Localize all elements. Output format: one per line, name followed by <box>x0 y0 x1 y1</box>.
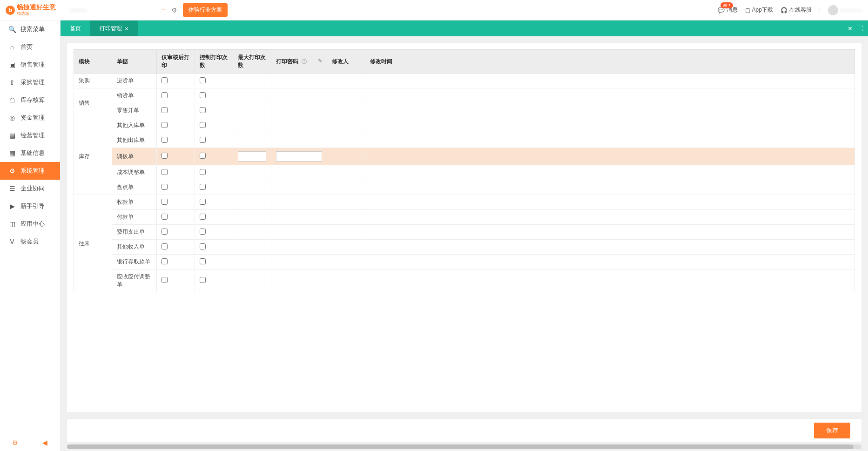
limit-count-cell <box>195 88 233 103</box>
checkbox[interactable] <box>161 214 168 220</box>
checkbox[interactable] <box>161 107 168 113</box>
sidebar-settings-icon[interactable]: ⚙ <box>0 434 30 451</box>
doc-cell: 成本调整单 <box>112 165 157 180</box>
online-service-link[interactable]: 🎧 在线客服 <box>781 6 812 14</box>
modify-time-cell <box>365 148 855 165</box>
sidebar-item-label: 新手引导 <box>20 202 45 210</box>
checkbox[interactable] <box>161 243 168 249</box>
sidebar-item-5[interactable]: ◎资金管理 <box>0 109 60 127</box>
sidebar-item-3[interactable]: ⇧采购管理 <box>0 74 60 91</box>
modifier-cell <box>327 210 365 225</box>
sidebar-item-8[interactable]: ⚙系统管理 <box>0 162 60 180</box>
checkbox[interactable] <box>200 184 206 190</box>
messages-link[interactable]: 💬 99 + 消息 <box>718 6 738 14</box>
edit-icon[interactable]: ✎ <box>318 58 322 64</box>
max-count-cell <box>233 269 271 292</box>
max-count-cell <box>233 118 271 133</box>
sidebar-icon: ⇧ <box>8 79 16 86</box>
sidebar-item-0[interactable]: 🔍搜索菜单 <box>0 20 60 38</box>
checkbox[interactable] <box>161 277 168 283</box>
sidebar-item-1[interactable]: ⌂首页 <box>0 38 60 56</box>
checkbox[interactable] <box>200 77 206 83</box>
sidebar-item-2[interactable]: ▣销售管理 <box>0 56 60 74</box>
modify-time-cell <box>365 240 855 255</box>
doc-cell: 银行存取款单 <box>112 255 157 269</box>
save-bar: 保存 <box>67 418 861 442</box>
doc-cell: 费用支出单 <box>112 225 157 240</box>
divider: | <box>819 7 821 13</box>
col-audit-only: 仅审核后打印 <box>157 50 195 74</box>
chevron-down-icon[interactable]: ﹀ <box>161 7 166 13</box>
industry-plan-button[interactable]: 体验行业方案 <box>183 3 228 17</box>
audit-only-cell <box>157 133 195 148</box>
checkbox[interactable] <box>161 122 168 128</box>
max-count-cell <box>233 255 271 269</box>
doc-cell: 盘点单 <box>112 180 157 195</box>
checkbox[interactable] <box>200 122 206 128</box>
checkbox[interactable] <box>200 199 206 205</box>
checkbox[interactable] <box>200 169 206 175</box>
fullscreen-icon[interactable]: ⛶ <box>857 25 863 32</box>
sidebar-item-label: 基础信息 <box>20 149 45 157</box>
user-menu[interactable]: ———— <box>828 5 862 15</box>
checkbox[interactable] <box>161 199 168 205</box>
password-cell <box>271 165 327 180</box>
scrollbar-thumb[interactable] <box>67 444 854 449</box>
checkbox[interactable] <box>161 137 168 143</box>
col-limit-count: 控制打印次数 <box>195 50 233 74</box>
modifier-cell <box>327 148 365 165</box>
save-button[interactable]: 保存 <box>814 423 850 438</box>
sidebar-item-11[interactable]: ◫应用中心 <box>0 215 60 233</box>
gear-icon[interactable]: ⚙ <box>171 7 177 14</box>
sidebar-item-7[interactable]: ▦基础信息 <box>0 144 60 162</box>
tab-0[interactable]: 首页 <box>61 20 90 36</box>
checkbox[interactable] <box>200 243 206 249</box>
tab-1[interactable]: 打印管理✕ <box>90 20 138 36</box>
limit-count-cell <box>195 74 233 88</box>
checkbox[interactable] <box>161 229 168 235</box>
checkbox[interactable] <box>161 258 168 264</box>
doc-cell: 其他出库单 <box>112 133 157 148</box>
sidebar-collapse-icon[interactable]: ◀ <box>30 434 61 451</box>
table-row: 付款单 <box>74 210 855 225</box>
audit-only-cell <box>157 88 195 103</box>
sidebar-item-label: 资金管理 <box>20 114 45 122</box>
sidebar-item-9[interactable]: ☰企业协同 <box>0 180 60 197</box>
modify-time-cell <box>365 165 855 180</box>
sidebar-item-10[interactable]: ▶新手引导 <box>0 197 60 215</box>
modify-time-cell <box>365 269 855 292</box>
checkbox[interactable] <box>200 258 206 264</box>
sidebar-item-6[interactable]: ▤经营管理 <box>0 127 60 144</box>
checkbox[interactable] <box>200 107 206 113</box>
password-cell <box>271 225 327 240</box>
checkbox[interactable] <box>161 153 168 159</box>
user-name: ———— <box>840 7 862 13</box>
tab-close-all-icon[interactable]: ✕ <box>848 25 853 32</box>
checkbox[interactable] <box>161 184 168 190</box>
checkbox[interactable] <box>200 137 206 143</box>
modifier-cell <box>327 225 365 240</box>
max-count-cell <box>233 88 271 103</box>
checkbox[interactable] <box>200 214 206 220</box>
sidebar-item-label: 库存核算 <box>20 96 45 104</box>
checkbox[interactable] <box>200 92 206 98</box>
checkbox[interactable] <box>200 229 206 235</box>
tabs-bar: 首页打印管理✕ ✕ ⛶ <box>61 20 868 36</box>
horizontal-scrollbar[interactable] <box>67 444 861 449</box>
max-count-input[interactable] <box>238 151 266 162</box>
sidebar-item-4[interactable]: ☖库存核算 <box>0 91 60 109</box>
checkbox[interactable] <box>200 277 206 283</box>
tab-close-icon[interactable]: ✕ <box>125 26 128 31</box>
app-download-link[interactable]: ▢ App下载 <box>745 6 773 14</box>
table-row: 其他出库单 <box>74 133 855 148</box>
password-cell <box>271 210 327 225</box>
module-cell: 库存 <box>74 118 112 195</box>
checkbox[interactable] <box>161 77 168 83</box>
password-input[interactable] <box>276 151 322 162</box>
checkbox[interactable] <box>200 153 206 159</box>
tenant-dropdown[interactable]: ——— <box>66 4 159 17</box>
sidebar-item-12[interactable]: V畅会员 <box>0 233 60 250</box>
checkbox[interactable] <box>161 169 168 175</box>
checkbox[interactable] <box>161 92 168 98</box>
help-icon[interactable]: ⓘ <box>302 59 307 64</box>
